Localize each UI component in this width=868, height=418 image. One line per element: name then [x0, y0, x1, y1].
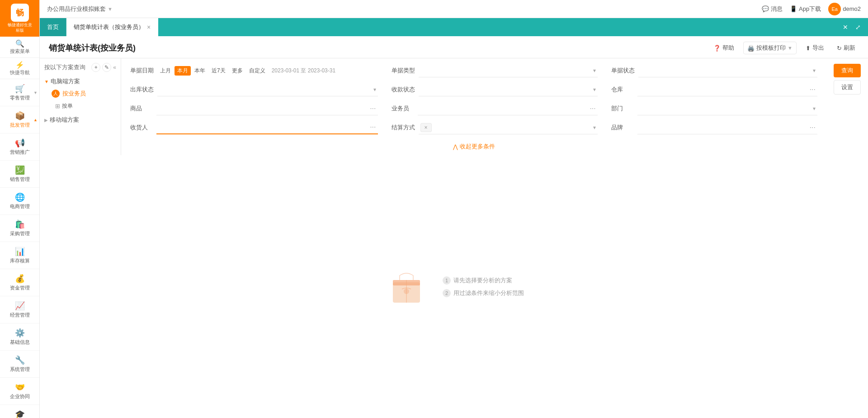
- sidebar-item-ecommerce[interactable]: 🌐 电商管理: [0, 188, 39, 215]
- sidebar-item-label-system: 系统管理: [10, 366, 30, 373]
- collection-status-down-icon: ▾: [593, 86, 596, 93]
- filter-row-3: 商品 ··· 业务员 ···: [130, 102, 817, 115]
- warehouse-select[interactable]: ···: [637, 83, 817, 96]
- goods-label: 商品: [130, 104, 153, 113]
- sidebar-item-newbie[interactable]: 🎓 新手引导: [0, 405, 39, 418]
- date-quick-btns: 上月 本月 本年 近7天 更多 自定义: [157, 66, 268, 76]
- settings-button[interactable]: 设置: [834, 80, 861, 95]
- tab-maximize-btn[interactable]: ⤢: [854, 23, 863, 32]
- app-download-btn[interactable]: 📱 App下载: [790, 5, 821, 13]
- sidebar-item-purchase[interactable]: 🛍️ 采购管理: [0, 215, 39, 242]
- sidebar-item-label-retail: 零售管理: [10, 95, 30, 101]
- scheme-add-btn[interactable]: +: [91, 63, 100, 72]
- help-btn[interactable]: ❓ 帮助: [710, 42, 738, 54]
- main-area: 办公用品行业模拟账套 ▼ 💬 消息 📱 App下载 Ea demo2 首页 销货…: [40, 0, 868, 418]
- filter-item-warehouse: 仓库 ···: [611, 83, 817, 96]
- brand-label: 品牌: [611, 124, 634, 132]
- query-button[interactable]: 查询: [834, 64, 861, 77]
- department-select[interactable]: ▾: [637, 102, 817, 115]
- scheme-edit-btn[interactable]: ✎: [102, 63, 111, 72]
- scheme-group-pc-label: 电脑端方案: [51, 77, 80, 86]
- date-btn-more[interactable]: 更多: [229, 66, 245, 76]
- date-btn-this-year[interactable]: 本年: [192, 66, 208, 76]
- filter-item-settlement: 结算方式 × ▾: [392, 121, 598, 134]
- refresh-btn[interactable]: ↻ 刷新: [833, 42, 859, 54]
- brand-dots: ···: [810, 124, 816, 132]
- sidebar-item-finance[interactable]: 💰 资金管理: [0, 269, 39, 296]
- department-label: 部门: [611, 104, 634, 113]
- expand-arrow-icon: ▼: [44, 79, 49, 84]
- print-btn[interactable]: 🖨️ 按模板打印 ▼: [743, 42, 797, 54]
- collapse-more-btn[interactable]: ⋀ 收起更多条件: [130, 140, 817, 155]
- sidebar-item-operations[interactable]: 📈 经营管理: [0, 296, 39, 323]
- brand-select[interactable]: ···: [637, 121, 817, 134]
- message-btn[interactable]: 💬 消息: [762, 5, 783, 13]
- export-btn[interactable]: ⬆ 导出: [802, 42, 828, 54]
- tip-num-1: 1: [443, 276, 451, 285]
- sidebar-item-wholesale[interactable]: 📦 批发管理 ▲: [0, 106, 39, 133]
- sidebar-item-sales[interactable]: 💹 销售管理: [0, 161, 39, 188]
- scheme-panel-title: 按以下方案查询: [44, 63, 85, 71]
- scheme-item-by-order[interactable]: ⊞ 按单: [40, 100, 121, 112]
- date-btn-7days[interactable]: 近7天: [209, 66, 228, 76]
- salesperson-select[interactable]: ···: [418, 102, 598, 115]
- sidebar-item-inventory[interactable]: 📊 库存核算: [0, 242, 39, 269]
- receiver-input[interactable]: ···: [156, 121, 378, 134]
- sidebar-item-enterprise[interactable]: 🤝 企业协同: [0, 378, 39, 405]
- sidebar-search-item[interactable]: 🔍 搜索菜单: [0, 37, 39, 58]
- tab-home[interactable]: 首页: [40, 18, 66, 36]
- filter-row-4: 收货人 ··· 结算方式 × ▾: [130, 121, 817, 134]
- sidebar-item-basic[interactable]: ⚙️ 基础信息: [0, 323, 39, 351]
- settlement-select[interactable]: × ▾: [419, 121, 598, 134]
- doc-type-select[interactable]: ▾: [419, 64, 598, 77]
- sidebar-item-label-purchase: 采购管理: [10, 230, 30, 237]
- app-download-icon: 📱: [790, 5, 797, 12]
- empty-inner: 1 请先选择要分析的方案 2 用过滤条件来缩小分析范围: [384, 264, 524, 309]
- collection-status-select[interactable]: ▾: [419, 83, 598, 96]
- date-label: 单据日期: [130, 66, 154, 75]
- filter-area: 单据日期 上月 本月 本年 近7天 更多 自定义 20: [121, 58, 826, 155]
- sidebar-item-label-ecommerce: 电商管理: [10, 203, 30, 210]
- sidebar-quick-nav[interactable]: ⚡ 快捷导航: [0, 58, 39, 79]
- logo-icon: 畅: [11, 4, 29, 22]
- scheme-panel: 按以下方案查询 + ✎ « ▼ 电脑端方案 人 按业务员: [40, 58, 121, 155]
- wholesale-icon: 📦: [15, 111, 25, 121]
- filter-row-1: 单据日期 上月 本月 本年 近7天 更多 自定义 20: [130, 64, 817, 77]
- sidebar-item-retail[interactable]: 🛒 零售管理 ▼: [0, 79, 39, 106]
- doc-status-label: 单据状态: [611, 66, 635, 75]
- account-selector[interactable]: 办公用品行业模拟账套 ▼: [47, 5, 113, 13]
- sidebar-item-system[interactable]: 🔧 系统管理: [0, 351, 39, 378]
- tab-close-window-btn[interactable]: ✕: [841, 23, 850, 32]
- sidebar-item-label-marketing: 营销推广: [10, 149, 30, 156]
- page-title: 销货单统计表(按业务员): [49, 43, 136, 53]
- date-btn-last-month[interactable]: 上月: [157, 66, 174, 76]
- scheme-collapse-btn[interactable]: «: [113, 64, 116, 71]
- receiver-label: 收货人: [130, 124, 153, 132]
- tip-num-2: 2: [443, 289, 451, 297]
- sidebar-item-label-inventory: 库存核算: [10, 257, 30, 264]
- filter-item-out-status: 出库状态 ▾: [130, 83, 378, 96]
- sidebar-item-marketing[interactable]: 📢 营销推广: [0, 133, 39, 161]
- user-name: demo2: [843, 5, 861, 12]
- filter-panel: 按以下方案查询 + ✎ « ▼ 电脑端方案 人 按业务员: [40, 58, 868, 155]
- goods-select[interactable]: ···: [156, 102, 378, 115]
- scheme-item-by-salesperson[interactable]: 人 按业务员: [40, 87, 121, 100]
- doc-status-select[interactable]: ▾: [638, 64, 817, 77]
- tab-sales-stats[interactable]: 销货单统计表（按业务员） ×: [66, 18, 158, 36]
- empty-tip-1: 1 请先选择要分析的方案: [443, 276, 524, 285]
- salesperson-label: 业务员: [392, 104, 414, 113]
- settlement-tag-x[interactable]: ×: [425, 124, 428, 131]
- page-header: 销货单统计表(按业务员) ❓ 帮助 🖨️ 按模板打印 ▼ ⬆ 导出 ↻ 刷新: [40, 36, 868, 58]
- filter-item-salesperson: 业务员 ···: [392, 102, 598, 115]
- date-btn-custom[interactable]: 自定义: [246, 66, 268, 76]
- out-status-select[interactable]: ▾: [157, 83, 378, 96]
- date-btn-this-month[interactable]: 本月: [175, 66, 191, 76]
- scheme-group-pc-header[interactable]: ▼ 电脑端方案: [40, 76, 121, 87]
- message-icon: 💬: [762, 5, 769, 12]
- tab-close-icon[interactable]: ×: [147, 24, 151, 31]
- out-status-label: 出库状态: [130, 86, 154, 94]
- user-menu[interactable]: Ea demo2: [828, 3, 861, 15]
- collapse-more-label: 收起更多条件: [460, 142, 495, 151]
- scheme-group-mobile-header[interactable]: ▶ 移动端方案: [40, 114, 121, 126]
- scheme-panel-header: 按以下方案查询 + ✎ «: [40, 63, 121, 76]
